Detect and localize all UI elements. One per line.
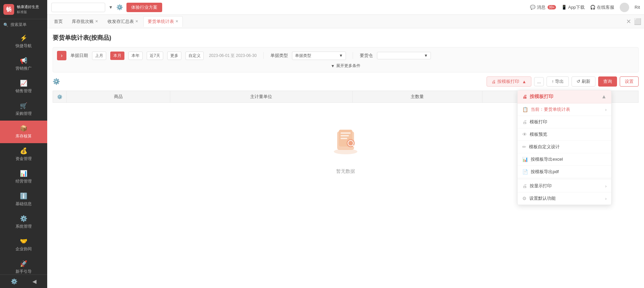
- tab-receive-send[interactable]: 收发存汇总表 ✕: [103, 16, 143, 27]
- app-logo: 畅 畅康通好生意 标准版: [0, 0, 47, 19]
- tab-close-icon[interactable]: ✕: [135, 19, 138, 24]
- svg-rect-5: [341, 138, 347, 139]
- window-close-icon[interactable]: ✕: [626, 18, 631, 25]
- export-pdf-label: 按模板导出pdf: [531, 169, 559, 175]
- settings-icon[interactable]: ⚙️: [11, 278, 18, 285]
- tab-inventory-batch[interactable]: 库存批次账 ✕: [67, 16, 103, 27]
- date-btn-custom[interactable]: 自定义: [185, 52, 204, 60]
- sidebar-item-label: 资金管理: [16, 156, 32, 162]
- quick-nav-icon: ⚡: [20, 34, 27, 42]
- topbar-dropdown-icon[interactable]: ▼: [109, 5, 113, 10]
- sidebar-item-basic[interactable]: ℹ️ 基础信息: [0, 188, 47, 211]
- topbar-gear-icon[interactable]: ⚙️: [116, 4, 123, 10]
- tab-close-icon[interactable]: ✕: [95, 19, 98, 24]
- online-service-label: 在线客服: [597, 4, 614, 10]
- message-label: 消息: [537, 4, 546, 10]
- sidebar-item-quick-nav[interactable]: ⚡ 快捷导航: [0, 30, 47, 53]
- query-button[interactable]: 查询: [598, 76, 617, 87]
- tab-home[interactable]: 首页: [50, 17, 67, 27]
- display-print-label: 按显示打印: [530, 183, 552, 189]
- tab-close-icon[interactable]: ✕: [175, 19, 178, 24]
- trial-button[interactable]: 体验行业方案: [126, 3, 162, 12]
- collapse-icon[interactable]: ◀: [32, 278, 36, 285]
- print-dropdown-set-default[interactable]: ⚙ 设置默认功能 ›: [518, 192, 611, 205]
- logo-icon: 畅: [3, 4, 14, 15]
- settings-button[interactable]: 设置: [620, 76, 639, 87]
- tab-label: 要货单统计表: [148, 19, 174, 25]
- service-icon: 🎧: [590, 5, 595, 10]
- filter-divider: [263, 52, 264, 59]
- type-filter-select[interactable]: 单据类型 ▼: [292, 52, 346, 60]
- sidebar-item-label: 库存核算: [16, 133, 32, 139]
- printer-icon: 🖨: [492, 79, 496, 84]
- template-print-icon: 🖨: [522, 119, 527, 125]
- sidebar-item-label: 营销推广: [16, 66, 32, 71]
- date-btn-7days[interactable]: 近7天: [147, 52, 163, 60]
- topbar-message[interactable]: 💬 消息 99+: [530, 4, 556, 10]
- print-dropdown-template-print[interactable]: 🖨 模板打印: [518, 116, 611, 128]
- goods-select-arrow: ▼: [424, 53, 428, 58]
- page-title: 要货单统计表(按商品): [53, 34, 639, 42]
- print-dropdown-export-pdf[interactable]: 📄 按模板导出pdf: [518, 166, 611, 178]
- sidebar-item-label: 基础信息: [16, 201, 32, 207]
- topbar-online-service[interactable]: 🎧 在线客服: [590, 4, 614, 10]
- print-dropdown-template-preview[interactable]: 👁 模板预览: [518, 128, 611, 141]
- message-icon: 💬: [530, 5, 535, 10]
- topbar-avatar[interactable]: [620, 3, 629, 12]
- sidebar-item-inventory[interactable]: 📦 库存核算: [0, 121, 47, 143]
- topbar-right: 💬 消息 99+ 📱 App下载 🎧 在线客服 Rit: [530, 3, 640, 12]
- table-header-goods: 商品: [67, 91, 170, 103]
- print-template-label: 按模板打印: [497, 78, 519, 85]
- table-gear-icon[interactable]: ⚙️: [53, 78, 60, 85]
- topbar-app-download[interactable]: 📱 App下载: [561, 4, 585, 10]
- print-dropdown-close-button[interactable]: ▲: [601, 94, 607, 100]
- expand-icon: ▼: [331, 64, 335, 68]
- date-btn-this-month[interactable]: 本月: [110, 52, 124, 60]
- purchase-icon: 🛒: [20, 102, 27, 109]
- print-dropdown-current[interactable]: 📋 当前：要货单统计表 ›: [518, 103, 611, 116]
- tab-requisition-stats[interactable]: 要货单统计表 ✕: [143, 16, 183, 27]
- date-btn-last-month[interactable]: 上月: [92, 52, 106, 60]
- svg-rect-4: [341, 135, 349, 136]
- print-dropdown-display-print[interactable]: 🖨 按显示打印 ›: [518, 180, 611, 192]
- sidebar-item-guide[interactable]: 🚀 新手引导: [0, 256, 47, 275]
- table-header-quantity: 主数量: [352, 91, 482, 103]
- print-dropdown-title-text: 按模板打印: [530, 94, 553, 100]
- date-btn-more[interactable]: 更多: [167, 52, 181, 60]
- window-expand-icon[interactable]: ⬜: [634, 18, 641, 25]
- sidebar-search-label: 搜索菜单: [10, 22, 27, 28]
- table-column-settings-icon[interactable]: ⚙️: [57, 94, 62, 99]
- topbar: ▼ ⚙️ 体验行业方案 💬 消息 99+ 📱 App下载 🎧 在线客服 Rit: [47, 0, 644, 15]
- goods-filter-select[interactable]: ▼: [377, 52, 431, 59]
- current-arrow-icon: ›: [605, 107, 607, 112]
- svg-rect-3: [341, 132, 351, 134]
- export-button[interactable]: ↑ 导出: [547, 76, 569, 87]
- sidebar-item-finance[interactable]: 💰 资金管理: [0, 143, 47, 166]
- filter-bar: › 单据日期 上月 本月 本年 近7天 更多 自定义 2023-06-01 至 …: [53, 47, 639, 72]
- sidebar-item-system[interactable]: ⚙️ 系统管理: [0, 211, 47, 233]
- sidebar-search[interactable]: 🔍 搜索菜单: [0, 19, 47, 30]
- set-default-icon: ⚙: [522, 196, 527, 201]
- topbar-search-input[interactable]: [51, 3, 105, 12]
- sidebar-item-purchase[interactable]: 🛒 采购管理: [0, 98, 47, 121]
- refresh-button[interactable]: ↺ 刷新: [572, 76, 595, 87]
- print-template-button[interactable]: 🖨 按模板打印 ▲: [487, 76, 531, 87]
- export-pdf-icon: 📄: [522, 169, 528, 174]
- system-icon: ⚙️: [20, 215, 27, 222]
- filter-expand-btn[interactable]: ›: [57, 51, 66, 60]
- empty-text: 暂无数据: [336, 168, 355, 174]
- set-default-label: 设置默认功能: [529, 195, 556, 201]
- date-btn-this-year[interactable]: 本年: [128, 52, 143, 60]
- template-preview-label: 模板预览: [530, 131, 547, 137]
- sidebar-item-operation[interactable]: 📊 经营管理: [0, 166, 47, 188]
- sidebar-item-marketing[interactable]: 📢 营销推广: [0, 53, 47, 75]
- print-dropdown-menu: 🖨 按模板打印 ▲ 📋 当前：要货单统计表 ›: [517, 90, 612, 205]
- filter-expand-row: ▼ 展开更多条件: [57, 63, 634, 69]
- expand-label: 展开更多条件: [336, 63, 360, 69]
- more-options-button[interactable]: ...: [534, 77, 544, 86]
- print-dropdown-template-design[interactable]: ✏ 模板自定义设计: [518, 141, 611, 153]
- sidebar-item-enterprise[interactable]: 🤝 企业协同: [0, 233, 47, 256]
- print-dropdown-export-excel[interactable]: 📊 按模板导出excel: [518, 153, 611, 166]
- sidebar-item-sales[interactable]: 📈 销售管理: [0, 75, 47, 98]
- filter-expand-toggle[interactable]: ▼ 展开更多条件: [331, 63, 360, 69]
